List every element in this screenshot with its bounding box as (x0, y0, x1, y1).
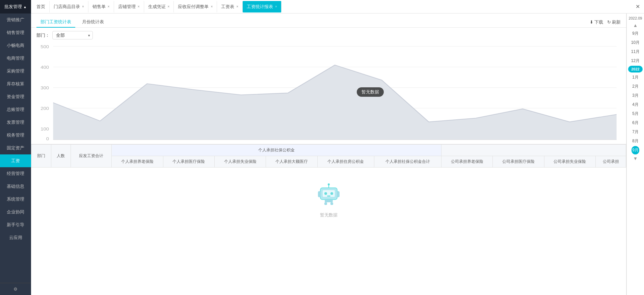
rs-month-1月[interactable]: 1月 (630, 73, 641, 82)
tab-close-btn[interactable]: × (236, 5, 238, 8)
svg-point-15 (324, 192, 327, 195)
svg-rect-22 (337, 191, 340, 197)
rs-month-6月[interactable]: 6月 (630, 118, 641, 127)
tab-应收应付调整单[interactable]: 应收应付调整单× (174, 1, 217, 12)
download-label: 下载 (594, 19, 603, 25)
tab-label: 门店商品目录 (54, 4, 80, 10)
tab-销售单[interactable]: 销售单× (88, 1, 114, 12)
tab-首页[interactable]: 首页 (32, 1, 50, 12)
th-personal-unemployment: 个人承担失业保险 (215, 156, 266, 168)
sidebar-footer-settings[interactable]: ⚙ (0, 283, 31, 295)
tab-label: 店铺管理 (118, 4, 136, 10)
tab-label: 销售单 (92, 4, 106, 10)
rs-month-2月[interactable]: 2月 (630, 82, 641, 91)
rs-month-9月[interactable]: 9月 (632, 146, 639, 154)
th-personal-medical: 个人承担医疗保险 (163, 156, 214, 168)
sidebar-item-发票管理[interactable]: 发票管理 (0, 116, 31, 129)
th-personal-total: 个人承担社保公积金合计 (374, 156, 441, 168)
main-area: 首页门店商品目录×销售单×店铺管理×生成凭证×应收应付调整单×工资表×工资统计报… (31, 0, 644, 295)
sidebar-item-电商管理[interactable]: 电商管理 (0, 52, 31, 65)
page-content: 部门工资统计表月份统计表 ⬇ 下载 ↻ 刷新 部门： (31, 13, 626, 295)
sidebar-item-资金管理[interactable]: 资金管理 (0, 90, 31, 103)
rs-month-10月[interactable]: 10月 (630, 38, 641, 47)
sidebar-item-系统管理[interactable]: 系统管理 (0, 193, 31, 206)
rs-month-8月[interactable]: 8月 (630, 137, 641, 146)
tabs-bar: 首页门店商品目录×销售单×店铺管理×生成凭证×应收应付调整单×工资表×工资统计报… (31, 0, 644, 13)
tab-label: 生成凭证 (148, 4, 166, 10)
th-company-other: 公司承担 (596, 156, 626, 168)
tab-close-btn[interactable]: × (275, 5, 277, 8)
refresh-button[interactable]: ↻ 刷新 (607, 19, 621, 25)
rs-month-11月[interactable]: 11月 (630, 47, 641, 56)
sidebar-item-采购管理[interactable]: 采购管理 (0, 65, 31, 78)
empty-icon (315, 181, 342, 208)
empty-state: 暂无数据 (31, 168, 626, 232)
content-area: 部门工资统计表月份统计表 ⬇ 下载 ↻ 刷新 部门： (31, 13, 644, 295)
tab-label: 首页 (36, 4, 45, 10)
svg-marker-12 (53, 65, 616, 140)
sidebar-item-营销推广[interactable]: 营销推广 (0, 13, 31, 26)
sidebar-item-企业协同[interactable]: 企业协同 (0, 206, 31, 218)
sub-tab-月份统计表[interactable]: 月份统计表 (78, 17, 108, 28)
th-dept: 部门 (31, 145, 51, 168)
tab-工资统计报表[interactable]: 工资统计报表× (243, 1, 281, 12)
close-all-icon[interactable]: ✕ (636, 3, 640, 10)
tab-close-btn[interactable]: × (211, 5, 213, 8)
rs-nav-down[interactable]: ▼ (632, 155, 639, 162)
sidebar-item-工资[interactable]: 工资 (0, 154, 31, 167)
tab-label: 应收应付调整单 (178, 4, 209, 10)
rs-month-3月[interactable]: 3月 (630, 91, 641, 100)
sidebar-item-税务管理[interactable]: 税务管理 (0, 129, 31, 142)
svg-text:300: 300 (41, 85, 49, 90)
rs-month-7月[interactable]: 7月 (630, 127, 641, 137)
dept-label: 部门： (36, 32, 50, 38)
svg-point-16 (330, 192, 333, 195)
rs-year-2022[interactable]: 2022 (628, 66, 643, 72)
table-area[interactable]: 部门 人数 应发工资合计 个人承担社保公积金 个人承担养老保险 个人承担医疗保险… (31, 144, 626, 295)
tab-close-btn[interactable]: × (108, 5, 110, 8)
tab-生成凭证[interactable]: 生成凭证× (144, 1, 174, 12)
tab-close-btn[interactable]: × (168, 5, 170, 8)
sidebar-item-基础信息[interactable]: 基础信息 (0, 180, 31, 193)
th-company-unemployment: 公司承担失业保险 (544, 156, 595, 168)
refresh-icon: ↻ (607, 20, 611, 25)
rs-month-4月[interactable]: 4月 (630, 100, 641, 109)
tab-label: 工资表 (221, 4, 234, 10)
sidebar-item-经营管理[interactable]: 经营管理 (0, 167, 31, 180)
rs-month-12月[interactable]: 12月 (630, 56, 641, 65)
sidebar-item-销售管理[interactable]: 销售管理 (0, 26, 31, 39)
tab-工资表[interactable]: 工资表× (217, 1, 243, 12)
th-company-pension: 公司承担养老保险 (441, 156, 492, 168)
tab-label: 工资统计报表 (247, 4, 273, 10)
dept-select[interactable]: 全部 (52, 31, 93, 39)
th-personal-major-medical: 个人承担大额医疗 (266, 156, 317, 168)
sidebar-item-云应用[interactable]: 云应用 (0, 231, 31, 244)
th-company-medical: 公司承担医疗保险 (493, 156, 544, 168)
tab-门店商品目录[interactable]: 门店商品目录× (50, 1, 88, 12)
rs-top-label[interactable]: 2022.09 (628, 15, 643, 22)
svg-text:500: 500 (41, 44, 49, 49)
sidebar-item-总账管理[interactable]: 总账管理 (0, 103, 31, 116)
svg-rect-21 (318, 191, 321, 197)
sidebar-header[interactable]: 批发管理 ▲ (0, 0, 31, 13)
sub-tab-部门工资统计表[interactable]: 部门工资统计表 (36, 17, 75, 28)
sidebar-item-固定资产[interactable]: 固定资产 (0, 142, 31, 154)
download-icon: ⬇ (590, 20, 593, 25)
chart-svg: 500 400 300 200 100 0 (36, 43, 621, 144)
right-sidebar: 2022.09 ▲ 9月10月11月12月 2022 1月2月3月4月5月6月7… (626, 13, 644, 295)
tab-店铺管理[interactable]: 店铺管理× (114, 1, 144, 12)
rs-month-9月[interactable]: 9月 (630, 29, 641, 38)
sub-tabs: 部门工资统计表月份统计表 ⬇ 下载 ↻ 刷新 (31, 13, 626, 28)
th-personal-insurance-group: 个人承担社保公积金 (112, 145, 441, 156)
rs-month-5月[interactable]: 5月 (630, 109, 641, 118)
dept-select-wrapper: 全部 (52, 31, 93, 39)
tab-close-btn[interactable]: × (138, 5, 140, 8)
refresh-label: 刷新 (612, 19, 621, 25)
svg-text:0: 0 (46, 136, 49, 141)
rs-nav-up[interactable]: ▲ (632, 22, 639, 29)
sidebar-item-新手引导[interactable]: 新手引导 (0, 218, 31, 231)
tab-close-btn[interactable]: × (82, 5, 84, 8)
sidebar-item-库存核算[interactable]: 库存核算 (0, 78, 31, 90)
download-button[interactable]: ⬇ 下载 (590, 19, 603, 25)
sidebar-item-小畅电商[interactable]: 小畅电商 (0, 39, 31, 52)
